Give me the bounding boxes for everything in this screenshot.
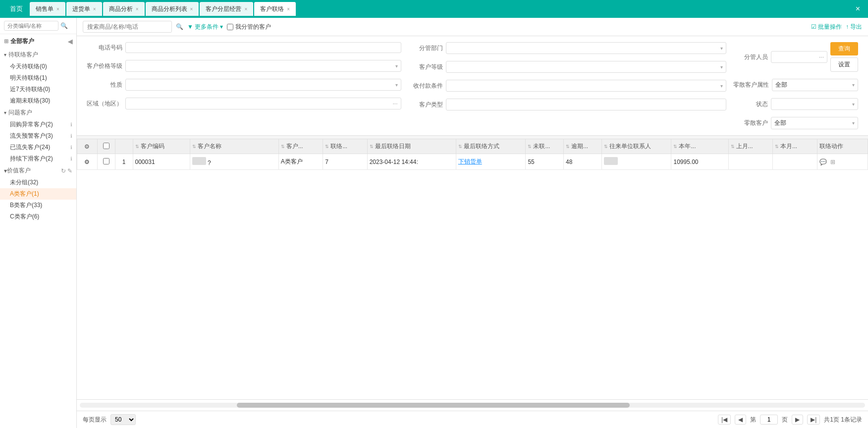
col-related-person[interactable]: ⇅往来单位联系人 (601, 139, 671, 154)
tab-customer-contact[interactable]: 客户联络 × (254, 2, 296, 16)
tab-analysis-close[interactable]: × (136, 6, 139, 12)
prev-page-btn[interactable]: ◀ (735, 415, 746, 425)
next-page-btn[interactable]: ▶ (792, 415, 803, 425)
my-customers-checkbox-area: 我分管的客户 (227, 23, 271, 31)
sidebar-item-repurchase-abnormal[interactable]: 回购异常客户(2) ℹ (0, 119, 76, 130)
refresh-icon[interactable]: ↻ (61, 167, 66, 174)
status-select[interactable]: ▾ (771, 98, 858, 110)
batch-op-link[interactable]: ☑ 批量操作 (811, 23, 842, 31)
col-customer-name[interactable]: ⇅客户名称 (190, 139, 278, 154)
row-check[interactable] (97, 154, 115, 170)
col-customer-code[interactable]: ⇅客户编码 (133, 139, 190, 154)
sidebar-search-icon[interactable]: 🔍 (60, 22, 68, 29)
sidebar-search-input[interactable] (4, 21, 58, 31)
col-check[interactable] (97, 139, 115, 154)
comment-icon[interactable]: 💬 (819, 159, 827, 165)
edit-icon[interactable]: ✎ (67, 167, 72, 174)
sidebar-item-7days-pending-label: 近7天待联络(0) (10, 85, 50, 94)
first-page-btn[interactable]: |◀ (718, 415, 731, 425)
sidebar-item-class-b[interactable]: B类客户(33) (0, 200, 76, 211)
col-last-month[interactable]: ⇅上月... (728, 139, 773, 154)
filter-customer-level: 客户等级 ▾ (408, 59, 731, 75)
sidebar-item-class-c[interactable]: C类客户(6) (0, 211, 76, 222)
window-close-btn[interactable]: × (852, 4, 864, 13)
retail-customer-select[interactable]: 全部 ▾ (771, 117, 858, 129)
row-action: 💬 ⊞ (817, 154, 868, 170)
col-customer-type[interactable]: ⇅客户... (278, 139, 323, 154)
tab-analysis[interactable]: 商品分析 × (103, 2, 145, 16)
sidebar-item-churn-warning-label: 流失预警客户(3) (10, 132, 53, 140)
col-no-contact[interactable]: ⇅未联... (526, 139, 564, 154)
sidebar-item-today-pending[interactable]: 今天待联络(0) (0, 61, 76, 72)
sidebar-item-declining-label: 持续下滑客户(2) (10, 155, 53, 163)
export-link[interactable]: ↑ 导出 (846, 23, 862, 31)
customer-type-select[interactable] (446, 99, 727, 110)
sidebar-item-tomorrow-pending[interactable]: 明天待联络(1) (0, 72, 76, 84)
sidebar-item-declining[interactable]: 持续下滑客户(2) ℹ (0, 153, 76, 164)
settings-button[interactable]: 设置 (830, 57, 858, 72)
page-input[interactable] (760, 415, 778, 425)
nav-home[interactable]: 首页 (4, 4, 29, 13)
toolbar-search-icon[interactable]: 🔍 (176, 23, 183, 30)
sidebar-item-7days-pending[interactable]: 近7天待联络(0) (0, 84, 76, 95)
tab-purchase-label: 进货单 (72, 5, 90, 13)
qr-icon[interactable]: ⊞ (830, 159, 835, 165)
price-level-select[interactable]: ▾ (125, 60, 401, 72)
row-checkbox[interactable] (103, 158, 109, 164)
row-last-contact-method[interactable]: 下销货单 (456, 154, 526, 170)
row-no-contact: 55 (526, 154, 564, 170)
col-last-contact-date[interactable]: ⇅最后联络日期 (367, 139, 456, 154)
tab-sales[interactable]: 销售单 × (30, 2, 65, 16)
tab-analysis-list[interactable]: 商品分析列表 × (146, 2, 199, 16)
tab-customer-contact-close[interactable]: × (287, 6, 290, 12)
tab-purchase-close[interactable]: × (93, 6, 96, 12)
tab-analysis-list-label: 商品分析列表 (152, 5, 187, 13)
tab-analysis-list-close[interactable]: × (190, 6, 193, 12)
col-this-month[interactable]: ⇅本月... (773, 139, 817, 154)
col-this-year[interactable]: ⇅本年... (671, 139, 728, 154)
per-page-select[interactable]: 50 100 200 (110, 414, 136, 425)
tab-customer-mgmt[interactable]: 客户分层经营 × (200, 2, 253, 16)
tab-analysis-label: 商品分析 (109, 5, 133, 13)
payment-select[interactable]: ▾ (446, 80, 727, 92)
dept-select[interactable]: ▾ (446, 42, 727, 54)
sidebar-item-churn-warning[interactable]: 流失预警客户(3) ℹ (0, 130, 76, 142)
name-text: ? (208, 160, 211, 166)
toolbar-search-input[interactable] (83, 21, 172, 33)
sidebar-item-unclassified[interactable]: 未分组(32) (0, 177, 76, 188)
col-contact-count[interactable]: ⇅联络... (323, 139, 368, 154)
query-button[interactable]: 查询 (830, 42, 858, 55)
nature-select[interactable]: ▾ (125, 79, 401, 91)
last-page-btn[interactable]: ▶| (807, 415, 820, 425)
toolbar-filter-btn[interactable]: ▼ 更多条件 ▾ (187, 23, 223, 31)
sidebar-collapse-btn[interactable]: ◀ (68, 38, 72, 45)
contact-method-link[interactable]: 下销货单 (458, 158, 482, 165)
tab-customer-mgmt-close[interactable]: × (244, 6, 247, 12)
person-dots[interactable]: ··· (819, 54, 824, 60)
tab-purchase[interactable]: 进货单 × (66, 2, 102, 16)
h-scrollbar-thumb[interactable] (237, 403, 630, 408)
region-select[interactable]: ··· (125, 98, 401, 109)
row-gear[interactable]: ⚙ (77, 154, 98, 170)
tab-sales-close[interactable]: × (56, 6, 59, 12)
select-all-checkbox[interactable] (103, 143, 109, 149)
my-customers-checkbox[interactable] (227, 24, 233, 30)
table-wrapper[interactable]: ⚙ ⇅客户编码 ⇅客户名称 ⇅客户... ⇅联络... ⇅最后联络日期 ⇅最后联… (77, 139, 868, 399)
info-icon-1: ℹ (70, 133, 72, 139)
tab-customer-contact-label: 客户联络 (260, 5, 284, 13)
col-overdue[interactable]: ⇅逾期... (564, 139, 602, 154)
col-action[interactable]: 联络动作 (817, 139, 868, 154)
col-last-contact-method[interactable]: ⇅最后联络方式 (456, 139, 526, 154)
customer-level-select[interactable]: ▾ (446, 61, 727, 73)
region-dots[interactable]: ··· (392, 100, 397, 107)
phone-input[interactable] (125, 42, 401, 53)
sidebar-item-overdue[interactable]: 逾期未联络(30) (0, 95, 76, 107)
row-name: ? (190, 154, 278, 170)
person-select[interactable]: ··· (771, 51, 827, 63)
sidebar-item-churned[interactable]: 已流失客户(24) ℹ (0, 142, 76, 153)
retail-attr-select[interactable]: 全部 ▾ (772, 79, 858, 91)
col-gear[interactable]: ⚙ (77, 139, 98, 154)
h-scrollbar[interactable] (80, 403, 865, 408)
sidebar-item-class-a[interactable]: A类客户(1) (0, 188, 76, 200)
sidebar-all-customers-label[interactable]: 全部客户 (10, 37, 34, 46)
